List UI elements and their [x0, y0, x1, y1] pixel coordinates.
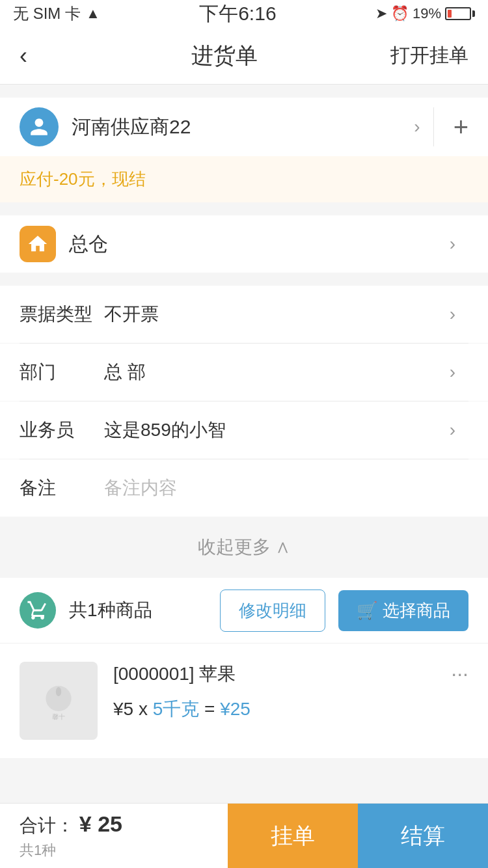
total-sub: 共1种 [20, 841, 208, 860]
alert-row: 应付-20元，现结 [0, 156, 488, 202]
battery-icon [445, 7, 475, 20]
department-label: 部门 [20, 360, 98, 385]
warehouse-name: 总仓 [69, 231, 450, 258]
status-bar: 无 SIM 卡 ▲ 下午6:16 ➤ ⏰ 19% [0, 0, 488, 27]
product-item: 馨十 [0000001] 苹果 ¥5 x 5千克 = ¥25 ··· [0, 643, 488, 758]
department-value: 总 部 [98, 360, 450, 385]
alarm-icon: ⏰ [391, 5, 409, 22]
invoice-type-label: 票据类型 [20, 302, 98, 327]
invoice-type-chevron: › [450, 304, 455, 325]
modify-detail-button[interactable]: 修改明细 [220, 590, 325, 632]
supplier-section[interactable]: 河南供应商22 › + [0, 98, 488, 156]
back-button[interactable]: ‹ [20, 42, 59, 70]
department-chevron: › [450, 362, 455, 383]
remark-label: 备注 [20, 476, 98, 500]
salesperson-row[interactable]: 业务员 这是859的小智 › [0, 401, 488, 459]
salesperson-value: 这是859的小智 [98, 418, 450, 442]
bottom-total: 合计： ¥ 25 共1种 [0, 804, 228, 868]
location-icon: ➤ [375, 5, 387, 22]
status-left: 无 SIM 卡 ▲ [13, 3, 100, 24]
warehouse-section[interactable]: 总仓 › [0, 215, 488, 273]
hang-button[interactable]: 挂单 [228, 804, 358, 868]
salesperson-label: 业务员 [20, 418, 98, 442]
status-time: 下午6:16 [199, 1, 276, 27]
alert-text: 应付-20元，现结 [20, 169, 146, 189]
department-row[interactable]: 部门 总 部 › [0, 344, 488, 401]
select-product-icon: 🛒 [357, 601, 377, 621]
warehouse-icon [20, 226, 56, 262]
product-more-button[interactable]: ··· [441, 662, 468, 686]
supplier-avatar [20, 107, 59, 146]
total-amount: ¥ 25 [79, 811, 122, 836]
section-gap-1 [0, 85, 488, 98]
nav-bar: ‹ 进货单 打开挂单 [0, 27, 488, 85]
total-row: 合计： ¥ 25 [20, 811, 208, 838]
open-hang-button[interactable]: 打开挂单 [390, 42, 468, 69]
svg-text:馨十: 馨十 [52, 713, 65, 720]
invoice-type-row[interactable]: 票据类型 不开票 › [0, 286, 488, 343]
product-info: [0000001] 苹果 ¥5 x 5千克 = ¥25 [113, 662, 441, 722]
total-label: 合计： [20, 815, 74, 835]
product-name: [0000001] 苹果 [113, 662, 441, 686]
invoice-type-value: 不开票 [98, 302, 450, 327]
wifi-icon: ▲ [86, 5, 100, 22]
collapse-row[interactable]: 收起更多 ∧ [0, 517, 488, 578]
collapse-label: 收起更多 ∧ [198, 535, 291, 560]
remark-row[interactable]: 备注 备注内容 [0, 459, 488, 517]
product-qty: 5千克 [153, 699, 200, 719]
product-icon [20, 592, 56, 629]
status-right: ➤ ⏰ 19% [375, 5, 475, 22]
add-button[interactable]: + [433, 107, 468, 146]
page-title: 进货单 [191, 41, 258, 71]
checkout-button[interactable]: 结算 [358, 804, 488, 868]
supplier-chevron-icon: › [414, 116, 420, 137]
product-price: ¥5 x 5千克 = ¥25 [113, 697, 441, 722]
warehouse-chevron-icon: › [450, 234, 455, 254]
battery-text: 19% [413, 5, 441, 22]
remark-value: 备注内容 [98, 476, 468, 500]
supplier-name: 河南供应商22 [72, 114, 414, 141]
bottom-bar: 合计： ¥ 25 共1种 挂单 结算 [0, 803, 488, 868]
product-header: 共1种商品 修改明细 🛒 选择商品 [0, 578, 488, 643]
product-total: ¥25 [220, 699, 251, 719]
select-product-label: 选择商品 [383, 599, 450, 622]
svg-point-1 [56, 687, 61, 696]
product-thumbnail: 馨十 [20, 662, 98, 740]
carrier-text: 无 SIM 卡 [13, 3, 81, 24]
product-count: 共1种商品 [69, 598, 220, 623]
salesperson-chevron: › [450, 420, 455, 441]
select-product-button[interactable]: 🛒 选择商品 [338, 590, 468, 631]
section-gap-3 [0, 273, 488, 286]
section-gap-2 [0, 202, 488, 215]
